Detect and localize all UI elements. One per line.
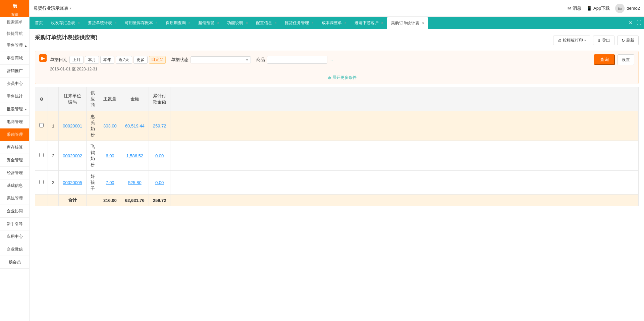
sidebar-item-ecommerce[interactable]: 电商管理 [0,116,29,128]
sidebar-item-basic[interactable]: 基础信息 [0,179,29,192]
filter-date-item: 单据日期 上月 本月 本年 近7天 更多 自定义 [50,56,166,64]
sidebar-item-retail-shop[interactable]: 零售商城 [0,52,29,65]
tab-yaoqing[interactable]: 邀请下游客户 × [351,17,387,29]
tab-gongnengshuo[interactable]: 功能说明 × [223,17,252,29]
row-check-2[interactable] [35,171,48,195]
tab-chaochuyujing[interactable]: 超储预警 × [194,17,223,29]
sidebar-item-enterprise[interactable]: 企业协同 [0,205,29,218]
tab-caigou[interactable]: 采购订单统计表 × [387,17,428,29]
tab-chenben[interactable]: 成本调整单 × [318,17,351,29]
message-icon: ✉ [568,6,571,11]
sidebar-item-inventory[interactable]: 库存核算 [0,141,29,154]
tab-close-icon[interactable]: × [312,21,314,25]
row-amount-2[interactable]: 525.80 [121,171,149,195]
btn-7days[interactable]: 近7天 [116,56,132,64]
goods-input[interactable] [267,56,327,64]
topbar-right: ✉ 消息 📱 App下载 Ea demo2 [568,4,640,13]
row-amount-0[interactable]: 60,519.44 [121,111,149,141]
row-paid-1[interactable]: 0.00 [149,141,170,171]
topbar-message[interactable]: ✉ 消息 [568,5,581,11]
svg-text:畅: 畅 [12,3,17,8]
btn-more-date[interactable]: 更多 [133,56,148,64]
footer-num [48,195,59,206]
sidebar-item-vip[interactable]: 畅会员 [0,256,29,269]
sidebar-item-member[interactable]: 会员中心 [0,77,29,90]
tab-keyongliang[interactable]: 可用量库存账本 × [121,17,162,29]
row-checkbox-0[interactable] [39,123,44,127]
tab-peizhi[interactable]: 配置信息 × [252,17,281,29]
tab-shougourenwu[interactable]: 拣货任务管理 × [281,17,318,29]
footer-paid: 259.72 [149,195,170,206]
tab-close-icon[interactable]: × [381,21,383,25]
refresh-icon: ↻ [622,38,625,43]
row-checkbox-1[interactable] [39,153,44,157]
print-dropdown-icon[interactable]: ▾ [584,39,586,42]
tab-home[interactable]: 首页 [31,17,47,29]
tab-close-icon[interactable]: × [78,21,80,25]
sidebar-item-purchase[interactable]: 采购管理 [0,128,29,141]
tab-close-icon[interactable]: × [115,21,117,25]
status-select[interactable]: ▾ [191,56,251,63]
row-checkbox-2[interactable] [39,180,44,184]
row-qty-2[interactable]: 7.00 [99,171,121,195]
tab-close-icon[interactable]: × [246,21,248,25]
sidebar-item-ops[interactable]: 经营管理 [0,167,29,179]
row-code-1[interactable]: 00020002 [59,141,87,171]
settings-button[interactable]: 设置 [618,54,634,65]
sidebar-item-retail-stat[interactable]: 零售统计 [0,90,29,103]
btn-this-month[interactable]: 本月 [85,56,99,64]
row-qty-0[interactable]: 303.00 [99,111,121,141]
tab-close-icon[interactable]: × [217,21,219,25]
expand-more-btn[interactable]: ⊕ 展开更多条件 [328,75,357,81]
row-code-2[interactable]: 00020005 [59,171,87,195]
sidebar-item-retail[interactable]: 零售管理 ▲ [0,39,29,52]
expand-arrow-btn[interactable]: ▶ [39,54,47,62]
footer-label: 合计 [59,195,87,206]
tab-baozhiqi[interactable]: 保质期查询 × [162,17,195,29]
export-button[interactable]: ⬇ 导出 [593,36,614,45]
row-supplier-0: 惠氏奶粉 [87,111,99,141]
toolbar: 🖨 按模板打印 ▾ ⬇ 导出 ↻ 刷新 [553,36,639,45]
row-paid-0[interactable]: 259.72 [149,111,170,141]
btn-this-year[interactable]: 本年 [100,56,114,64]
sidebar-search[interactable]: 搜索菜单 [0,17,29,28]
tab-close-icon[interactable]: × [189,21,191,25]
username-label: demo2 [627,6,640,11]
row-paid-2[interactable]: 0.00 [149,171,170,195]
col-amount-header: 金额 [121,87,149,111]
tab-close-icon[interactable]: × [275,21,277,25]
sidebar-item-entweixin[interactable]: 企业微信 [0,243,29,256]
tab-close-icon[interactable]: × [344,21,346,25]
topbar-app-download[interactable]: 📱 App下载 [587,5,610,11]
sidebar-item-appcenter[interactable]: 应用中心 [0,230,29,243]
row-check-1[interactable] [35,141,48,171]
query-button[interactable]: 查询 [594,54,615,65]
sidebar-item-capital[interactable]: 资金管理 [0,154,29,167]
topbar-dropdown[interactable]: 母婴行业演示账表 ▾ [34,5,71,11]
print-button[interactable]: 🖨 按模板打印 ▾ [553,36,590,45]
row-qty-1[interactable]: 6.00 [99,141,121,171]
tabbar-close-btn[interactable]: ✕ [627,19,634,27]
tab-shoufaquhui[interactable]: 收发存汇总表 × [47,17,84,29]
topbar-user[interactable]: Ea demo2 [615,4,640,13]
sidebar-item-wholesale[interactable]: 批发管理 ▼ [0,103,29,116]
tabbar-maximize-btn[interactable]: ⛶ [635,19,643,27]
refresh-button[interactable]: ↻ 刷新 [617,36,639,45]
goods-more-btn[interactable]: ··· [329,57,333,62]
tab-close-icon[interactable]: × [156,21,158,25]
btn-last-month[interactable]: 上月 [69,56,84,64]
content-area: 采购订单统计表(按供应商) 🖨 按模板打印 ▾ ⬇ 导出 ↻ 刷新 ▶ [30,29,644,321]
sidebar-logo: 畅 标题 [0,0,29,17]
col-settings[interactable]: ⚙ [35,87,48,111]
tab-yaohuo[interactable]: 要货单统计表 × [84,17,121,29]
row-amount-1[interactable]: 1,586.52 [121,141,149,171]
sidebar-quick-nav[interactable]: 快捷导航 [0,28,29,39]
sidebar-item-newbie[interactable]: 新手引导 [0,218,29,230]
sidebar-item-system[interactable]: 系统管理 [0,192,29,205]
row-num-2: 3 [48,171,59,195]
row-check-0[interactable] [35,111,48,141]
settings-col-icon[interactable]: ⚙ [39,97,44,102]
tab-close-active-icon[interactable]: × [422,21,424,25]
row-code-0[interactable]: 00020001 [59,111,87,141]
sidebar-item-marketing[interactable]: 营销推广 [0,65,29,77]
